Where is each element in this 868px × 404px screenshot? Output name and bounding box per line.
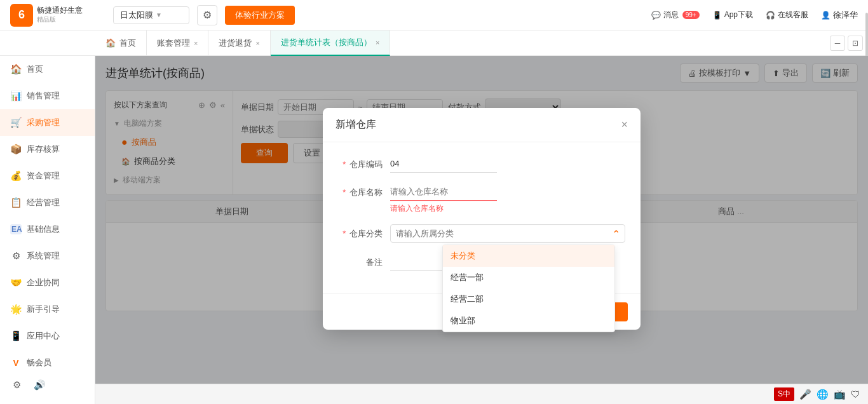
sidebar-item-sales[interactable]: 📊 销售管理 — [0, 83, 95, 109]
guide-icon: 🌟 — [10, 304, 22, 315]
sidebar-guide-label: 新手引导 — [27, 304, 60, 315]
warehouse-code-input[interactable] — [390, 155, 497, 173]
tab-home[interactable]: 🏠 首页 — [95, 30, 147, 56]
sidebar-finance-label: 资金管理 — [27, 170, 60, 182]
sidebar-item-apps[interactable]: 📱 应用中心 — [0, 323, 95, 349]
settings-button[interactable]: ⚙ — [197, 5, 217, 25]
required-star-code: * — [342, 159, 346, 169]
message-icon: 💬 — [651, 11, 661, 20]
sidebar-purchase-label: 采购管理 — [27, 117, 60, 128]
basic-info-icon: EA — [10, 224, 22, 234]
sidebar-item-guide[interactable]: 🌟 新手引导 — [0, 296, 95, 323]
sidebar-inventory-label: 库存核算 — [27, 144, 60, 155]
add-warehouse-modal: 新增仓库 × * 仓库编码 — [323, 108, 641, 330]
logo-icon: 6 — [10, 4, 33, 27]
apps-icon: 📱 — [10, 330, 22, 342]
tab-home-label: 首页 — [119, 37, 136, 49]
message-badge: 99+ — [682, 11, 700, 19]
system-icon: ⚙ — [10, 250, 22, 262]
chevron-up-icon[interactable]: ⌃ — [612, 227, 620, 239]
tab-bar: 🏠 首页 账套管理 × 进货退货 × 进货单统计表（按商品） × ─ ⊡ — [0, 30, 868, 56]
tab-minimize-button[interactable]: ─ — [830, 36, 845, 51]
operations-icon: 📋 — [10, 197, 22, 208]
tab-purchase-stats-label: 进货单统计表（按商品） — [281, 37, 372, 48]
tab-accounts-label: 账套管理 — [157, 37, 190, 49]
sidebar-apps-label: 应用中心 — [27, 330, 60, 342]
store-selector[interactable]: 日太阳膜 ▼ — [113, 6, 189, 24]
sidebar-sales-label: 销售管理 — [27, 90, 60, 102]
enterprise-icon: 🤝 — [10, 277, 22, 288]
warehouse-category-label: 仓库分类 — [349, 229, 383, 238]
sidebar-item-system[interactable]: ⚙ 系统管理 — [0, 243, 95, 269]
required-star-name: * — [342, 187, 346, 197]
sidebar-system-label: 系统管理 — [27, 250, 60, 262]
warehouse-category-input[interactable] — [390, 224, 625, 243]
tab-accounts[interactable]: 账套管理 × — [147, 30, 208, 56]
message-action[interactable]: 💬 消息 99+ — [651, 10, 700, 20]
logo-area: 6 畅捷通好生意 精品版 — [10, 4, 105, 27]
tab-purchase-stats-close[interactable]: × — [376, 39, 379, 46]
dropdown-item-dept2[interactable]: 经营二部 — [443, 288, 614, 310]
tab-purchase-return[interactable]: 进货退货 × — [208, 30, 270, 56]
vip-icon: V — [10, 358, 22, 368]
tab-expand-button[interactable]: ⊡ — [848, 36, 863, 51]
store-name: 日太阳膜 — [120, 10, 153, 21]
tab-accounts-close[interactable]: × — [194, 39, 198, 47]
warehouse-name-error: 请输入仓库名称 — [390, 203, 625, 214]
sales-icon: 📊 — [10, 90, 22, 102]
message-label: 消息 — [663, 10, 679, 20]
sidebar-vip-label: 畅会员 — [27, 357, 51, 368]
microphone-icon[interactable]: 🎤 — [799, 389, 811, 400]
sidebar-item-basic-info[interactable]: EA 基础信息 — [0, 216, 95, 243]
taskbar: S中 🎤 🌐 📺 🛡 — [95, 384, 868, 404]
ime-indicator[interactable]: S中 — [774, 387, 794, 401]
dropdown-item-unclassified[interactable]: 未分类 — [443, 245, 614, 267]
sidebar-audio-button[interactable]: 🔊 — [31, 376, 48, 394]
app-download-label: App下载 — [724, 10, 753, 20]
online-service-label: 在线客服 — [778, 10, 808, 20]
security-icon[interactable]: 🛡 — [851, 389, 860, 400]
online-service-action[interactable]: 🎧 在线客服 — [766, 10, 808, 20]
dropdown-item-property[interactable]: 物业部 — [443, 310, 614, 332]
logo-text: 畅捷通好生意 — [37, 6, 83, 16]
user-name: 徐泽华 — [833, 10, 858, 21]
trial-button[interactable]: 体验行业方案 — [225, 6, 295, 25]
sidebar-settings-button[interactable]: ⚙ — [8, 376, 25, 394]
tab-purchase-stats[interactable]: 进货单统计表（按商品） × — [271, 30, 390, 56]
logo-sub: 精品版 — [37, 15, 83, 24]
sidebar-item-operations[interactable]: 📋 经营管理 — [0, 189, 95, 216]
category-dropdown: 未分类 经营一部 经营二部 物业部 — [442, 245, 615, 332]
sidebar-item-finance[interactable]: 💰 资金管理 — [0, 163, 95, 189]
sidebar: 🏠 首页 📊 销售管理 🛒 采购管理 📦 库存核算 💰 资金管理 📋 经营管理 … — [0, 56, 95, 404]
finance-icon: 💰 — [10, 170, 22, 182]
home-sidebar-icon: 🏠 — [10, 64, 22, 75]
modal-close-button[interactable]: × — [621, 118, 628, 131]
user-icon: 👤 — [821, 11, 831, 20]
sidebar-operations-label: 经营管理 — [27, 197, 60, 208]
app-download-action[interactable]: 📱 App下载 — [712, 10, 753, 20]
warehouse-name-input[interactable] — [390, 183, 497, 201]
sidebar-item-home[interactable]: 🏠 首页 — [0, 56, 95, 83]
sidebar-item-inventory[interactable]: 📦 库存核算 — [0, 136, 95, 163]
display-icon[interactable]: 📺 — [834, 389, 846, 400]
dropdown-item-dept1[interactable]: 经营一部 — [443, 267, 614, 288]
sidebar-item-enterprise[interactable]: 🤝 企业协同 — [0, 269, 95, 296]
home-icon: 🏠 — [105, 38, 116, 48]
gear-icon: ⚙ — [203, 9, 212, 21]
sidebar-home-label: 首页 — [27, 64, 43, 75]
headset-icon: 🎧 — [766, 11, 775, 20]
warehouse-code-label: 仓库编码 — [349, 159, 383, 169]
required-star-cat: * — [342, 229, 346, 238]
phone-icon: 📱 — [712, 11, 722, 20]
user-profile[interactable]: 👤 徐泽华 — [821, 10, 858, 21]
modal-title: 新增仓库 — [336, 118, 376, 131]
network-icon[interactable]: 🌐 — [817, 389, 829, 400]
sidebar-enterprise-label: 企业协同 — [27, 277, 60, 288]
inventory-icon: 📦 — [10, 144, 22, 155]
tab-purchase-return-close[interactable]: × — [255, 39, 259, 47]
sidebar-basic-info-label: 基础信息 — [27, 224, 60, 235]
tab-purchase-return-label: 进货退货 — [219, 37, 252, 49]
sidebar-item-purchase[interactable]: 🛒 采购管理 — [0, 109, 95, 136]
top-header: 6 畅捷通好生意 精品版 日太阳膜 ▼ ⚙ 体验行业方案 💬 消息 99+ 📱 … — [0, 0, 868, 30]
purchase-icon: 🛒 — [10, 117, 22, 128]
